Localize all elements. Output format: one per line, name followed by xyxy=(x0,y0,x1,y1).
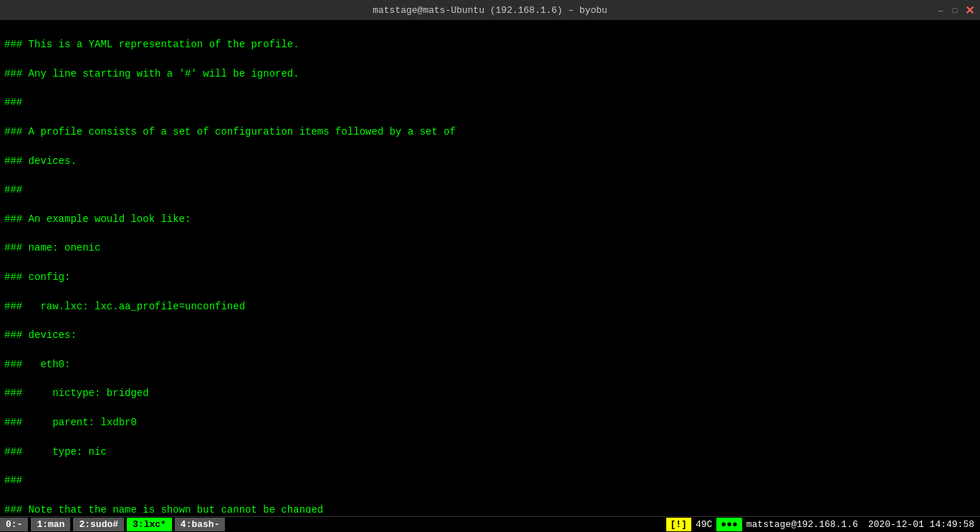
terminal: ### This is a YAML representation of the… xyxy=(0,20,980,516)
user-host-badge: matstage@192.168.1.6 xyxy=(742,518,863,531)
line-2: ### Any line starting with a '#' will be… xyxy=(4,67,976,81)
tab-3-lxc[interactable]: 3:lxc* xyxy=(127,518,172,531)
line-8: ### name: onenic xyxy=(4,241,976,255)
line-15: ### type: nic xyxy=(4,445,976,459)
temperature-badge: 49C xyxy=(691,518,716,531)
line-5: ### devices. xyxy=(4,154,976,168)
status-right: [!] 49C ●●● matstage@192.168.1.6 2020-12… xyxy=(666,518,980,531)
indicator-badge: ●●● xyxy=(716,518,741,531)
window-title: matstage@mats-Ubuntu (192.168.1.6) – byo… xyxy=(373,5,607,16)
line-13: ### nictype: bridged xyxy=(4,386,976,400)
line-11: ### devices: xyxy=(4,328,976,342)
tab-2-sudo[interactable]: 2:sudo# xyxy=(73,518,124,531)
maximize-button[interactable]: □ xyxy=(950,5,960,15)
tab-0[interactable]: 0:- xyxy=(0,518,28,531)
warning-badge: [!] xyxy=(666,518,691,531)
line-17: ### Note that the name is shown but cann… xyxy=(4,503,976,513)
line-3: ### xyxy=(4,95,976,110)
line-4: ### A profile consists of a set of confi… xyxy=(4,125,976,139)
line-14: ### parent: lxdbr0 xyxy=(4,415,976,430)
minimize-button[interactable]: – xyxy=(936,5,946,15)
close-button[interactable]: ✕ xyxy=(964,5,974,15)
line-10: ### raw.lxc: lxc.aa_profile=unconfined xyxy=(4,299,976,314)
line-6: ### xyxy=(4,183,976,197)
line-9: ### config: xyxy=(4,270,976,284)
line-12: ### eth0: xyxy=(4,357,976,372)
datetime-badge: 2020-12-01 14:49:58 xyxy=(863,518,980,531)
terminal-content[interactable]: ### This is a YAML representation of the… xyxy=(4,23,976,513)
line-7: ### An example would look like: xyxy=(4,212,976,226)
tab-4-bash[interactable]: 4:bash- xyxy=(175,518,226,531)
line-16: ### xyxy=(4,473,976,488)
titlebar-controls[interactable]: – □ ✕ xyxy=(936,5,974,15)
statusbar: 0:- 1:man 2:sudo# 3:lxc* 4:bash- [!] 49C… xyxy=(0,516,980,532)
tab-1[interactable]: 1:man xyxy=(31,518,70,531)
line-1: ### This is a YAML representation of the… xyxy=(4,37,976,52)
titlebar: matstage@mats-Ubuntu (192.168.1.6) – byo… xyxy=(0,0,980,20)
